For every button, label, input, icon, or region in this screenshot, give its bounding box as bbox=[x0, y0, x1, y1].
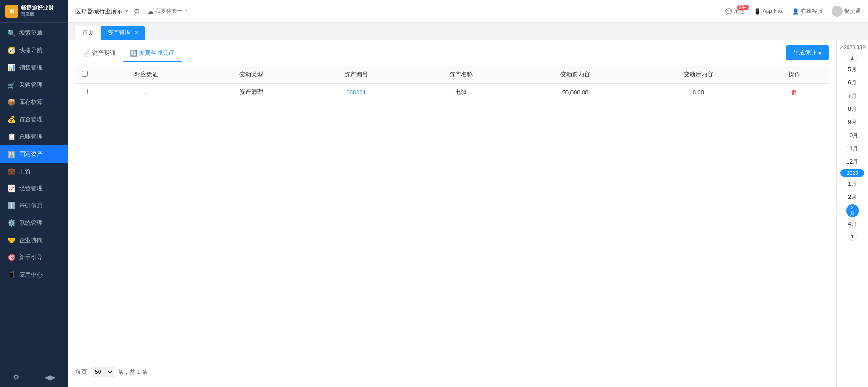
row-change-type: 资产清理 bbox=[198, 84, 303, 101]
gear-icon: ⚙️ bbox=[7, 219, 15, 227]
dropdown-icon: ▾ bbox=[818, 50, 822, 56]
row-asset-name: 电脑 bbox=[409, 84, 514, 101]
refresh-icon: 🔄 bbox=[130, 50, 137, 57]
row-voucher: -- bbox=[94, 84, 198, 101]
month-10[interactable]: 10月 bbox=[838, 129, 866, 142]
sidebar-item-inventory[interactable]: 📦 库存核算 bbox=[0, 94, 68, 111]
row-checkbox[interactable] bbox=[82, 89, 88, 94]
app-download-button[interactable]: 📱 App下载 bbox=[754, 7, 783, 15]
col-asset-name: 资产名称 bbox=[409, 66, 514, 84]
page-total: 条，共 1 条 bbox=[118, 368, 148, 376]
sidebar-item-payroll[interactable]: 💼 工资 bbox=[0, 163, 68, 180]
expand-icon[interactable]: ⤢ bbox=[839, 44, 844, 50]
tab-home[interactable]: 首页 bbox=[75, 26, 100, 40]
month-9[interactable]: 9月 bbox=[838, 116, 866, 129]
col-voucher: 对应凭证 bbox=[94, 66, 198, 84]
settings-icon[interactable]: ⚙ bbox=[134, 7, 140, 15]
settings-button[interactable]: ⚙ bbox=[9, 371, 23, 383]
month-1[interactable]: 1月 bbox=[838, 178, 866, 190]
row-after-change: 0.00 bbox=[637, 84, 760, 101]
service-icon: 👤 bbox=[792, 8, 799, 15]
close-icon[interactable]: ✕ bbox=[134, 30, 139, 35]
sidebar-item-label: 企业协同 bbox=[19, 236, 43, 244]
app-download-label: App下载 bbox=[763, 7, 783, 15]
table-header-row: 对应凭证 变动类型 资产编号 资产名称 bbox=[75, 66, 829, 84]
info-icon: ℹ️ bbox=[7, 202, 15, 210]
current-year-badge: 2023 bbox=[840, 169, 864, 177]
sidebar-item-basic-info[interactable]: ℹ️ 基础信息 bbox=[0, 197, 68, 214]
sidebar-item-label: 经营管理 bbox=[19, 184, 43, 193]
money-icon: 💰 bbox=[7, 115, 15, 124]
sidebar-item-ledger[interactable]: 📋 总账管理 bbox=[0, 128, 68, 145]
sidebar-footer: ⚙ ◀▶ bbox=[0, 367, 68, 387]
sidebar-item-enterprise[interactable]: 🤝 企业协同 bbox=[0, 232, 68, 249]
date-panel-year: 2023.03 bbox=[844, 45, 862, 50]
select-all-checkbox[interactable] bbox=[82, 71, 88, 77]
month-2[interactable]: 2月 bbox=[838, 191, 866, 203]
sidebar-item-label: 采购管理 bbox=[19, 81, 43, 89]
tab-bar: 首页 资产管理 ✕ bbox=[68, 23, 868, 40]
phone-icon: 📱 bbox=[7, 271, 15, 279]
user-menu[interactable]: U 畅捷通 bbox=[832, 6, 861, 17]
tab-change-voucher[interactable]: 🔄 变更生成凭证 bbox=[123, 45, 182, 62]
collapse-button[interactable]: ◀▶ bbox=[41, 371, 59, 383]
customer-service-button[interactable]: 👤 在线客服 bbox=[792, 7, 823, 15]
tab-assets-label: 资产管理 bbox=[107, 29, 131, 36]
sidebar-item-quick-nav[interactable]: 🧭 快捷导航 bbox=[0, 42, 68, 59]
main-content: 医疗器械行业演示 ▾ ⚙ ☁ 我要体验一下 💬 消息 99+ 📱 App下载 👤… bbox=[68, 0, 868, 387]
table-row: -- 资产清理 000001 电脑 bbox=[75, 84, 829, 101]
sidebar-item-purchase[interactable]: 🛒 采购管理 bbox=[0, 76, 68, 94]
message-badge: 99+ bbox=[737, 5, 749, 10]
sidebar-item-label: 总账管理 bbox=[19, 133, 43, 141]
sidebar-item-label: 固定资产 bbox=[19, 150, 43, 158]
delete-button[interactable]: 🗑 bbox=[791, 89, 798, 96]
message-button[interactable]: 💬 消息 99+ bbox=[725, 7, 745, 15]
sidebar: 财 畅捷通好业财 普及版 🔍 搜索菜单 🧭 快捷导航 📊 销售管理 🛒 采购管理… bbox=[0, 0, 68, 387]
sub-tabs-row: 📄 资产明细 🔄 变更生成凭证 生成凭证 ▾ bbox=[75, 45, 829, 62]
message-icon: 💬 bbox=[725, 8, 732, 15]
sidebar-item-guide[interactable]: 🎯 新手引导 bbox=[0, 249, 68, 266]
row-asset-code[interactable]: 000001 bbox=[304, 84, 409, 101]
sidebar-item-fixed-assets[interactable]: 🏢 固定资产 bbox=[0, 145, 68, 163]
sidebar-item-label: 库存核算 bbox=[19, 98, 43, 106]
sidebar-item-system[interactable]: ⚙️ 系统管理 bbox=[0, 214, 68, 232]
asset-table: 对应凭证 变动类型 资产编号 资产名称 bbox=[75, 66, 829, 101]
logo-subtitle: 普及版 bbox=[21, 11, 54, 18]
page-size-select[interactable]: 50 10 20 100 bbox=[91, 367, 114, 377]
tab-assets[interactable]: 资产管理 ✕ bbox=[101, 26, 145, 40]
month-7[interactable]: 7月 bbox=[838, 90, 866, 102]
sidebar-item-sales[interactable]: 📊 销售管理 bbox=[0, 59, 68, 76]
month-12[interactable]: 12月 bbox=[838, 156, 866, 168]
col-action: 操作 bbox=[760, 66, 829, 84]
month-11[interactable]: 11月 bbox=[838, 143, 866, 155]
scroll-down-button[interactable]: ▼ bbox=[848, 232, 857, 241]
generate-voucher-button[interactable]: 生成凭证 ▾ bbox=[786, 45, 829, 60]
experience-button[interactable]: ☁ 我要体验一下 bbox=[147, 7, 188, 15]
company-selector[interactable]: 医疗器械行业演示 ▾ bbox=[75, 7, 128, 15]
chevron-down-icon: ▾ bbox=[125, 8, 128, 14]
sidebar-item-label: 快捷导航 bbox=[19, 46, 43, 55]
month-5[interactable]: 5月 bbox=[838, 64, 866, 76]
close-panel-icon[interactable]: ✕ bbox=[862, 44, 867, 50]
cart-icon: 🛒 bbox=[7, 81, 15, 89]
scroll-up-button[interactable]: ▲ bbox=[848, 53, 857, 62]
customer-service-label: 在线客服 bbox=[801, 7, 823, 15]
sidebar-item-app-center[interactable]: 📱 应用中心 bbox=[0, 266, 68, 283]
date-sidebar: ⤢ 2023.03 ✕ ▲ 5月 6月 7月 8月 9月 10月 11月 12月… bbox=[836, 40, 868, 387]
col-change-type: 变动类型 bbox=[198, 66, 303, 84]
month-8[interactable]: 8月 bbox=[838, 103, 866, 115]
row-checkbox-cell bbox=[75, 84, 94, 101]
experience-label: 我要体验一下 bbox=[155, 7, 188, 15]
month-4[interactable]: 4月 bbox=[838, 218, 866, 230]
sidebar-item-label: 销售管理 bbox=[19, 64, 43, 72]
month-6[interactable]: 6月 bbox=[838, 77, 866, 89]
sidebar-item-operations[interactable]: 📈 经营管理 bbox=[0, 180, 68, 197]
month-3-active[interactable]: 3月 bbox=[846, 204, 859, 217]
col-after-change: 变动后内容 bbox=[637, 66, 760, 84]
tab-asset-detail[interactable]: 📄 资产明细 bbox=[75, 45, 123, 62]
sidebar-item-funds[interactable]: 💰 资金管理 bbox=[0, 111, 68, 128]
user-label: 畅捷通 bbox=[844, 7, 861, 15]
briefcase-icon: 💼 bbox=[7, 167, 15, 175]
sidebar-item-search[interactable]: 🔍 搜索菜单 bbox=[0, 25, 68, 42]
company-name: 医疗器械行业演示 bbox=[75, 7, 123, 15]
